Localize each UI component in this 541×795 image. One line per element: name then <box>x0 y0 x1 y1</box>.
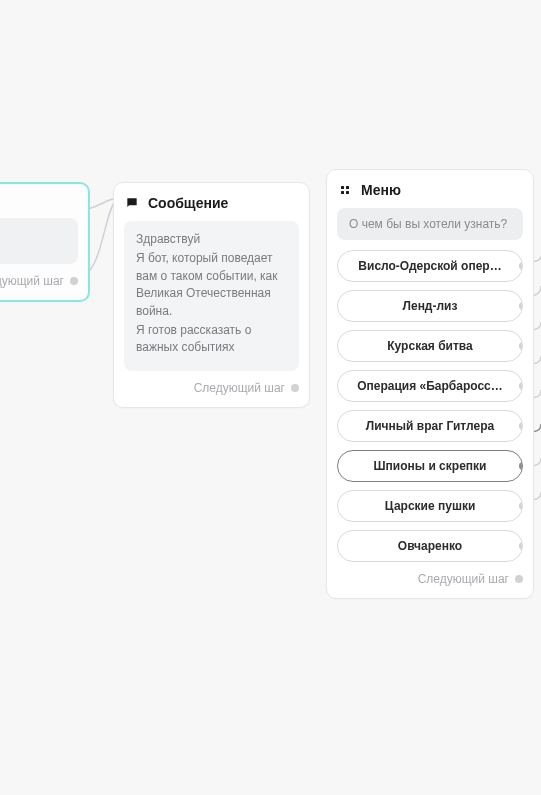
menu-item-label: Шпионы и скрепки <box>374 459 487 473</box>
menu-item-label: Овчаренко <box>398 539 462 553</box>
message-body[interactable]: Здравствуй Я бот, который поведает вам о… <box>124 221 299 371</box>
card-title: Сообщение <box>148 195 228 211</box>
menu-item[interactable]: Висло-Одерской опер… <box>337 250 523 282</box>
output-port-icon[interactable] <box>519 422 523 430</box>
card-title: Меню <box>361 182 401 198</box>
menu-item[interactable]: Курская битва <box>337 330 523 362</box>
next-step-row[interactable]: Следующий шаг <box>124 381 299 395</box>
svg-rect-1 <box>346 186 349 189</box>
menu-item[interactable]: Овчаренко <box>337 530 523 562</box>
menu-item[interactable]: Ленд-лиз <box>337 290 523 322</box>
next-step-label: Следующий шаг <box>194 381 285 395</box>
menu-item[interactable]: Операция «Барбаросс… <box>337 370 523 402</box>
output-port-icon[interactable] <box>519 342 523 350</box>
menu-item-label: Висло-Одерской опер… <box>358 259 501 273</box>
output-port-icon[interactable] <box>519 382 523 390</box>
message-line: Здравствуй <box>136 231 287 248</box>
output-port-icon[interactable] <box>519 262 523 270</box>
card-header: Меню <box>337 182 523 198</box>
message-icon <box>124 195 140 211</box>
svg-rect-0 <box>341 186 344 189</box>
output-port-icon[interactable] <box>291 384 299 392</box>
next-step-label: Следующий шаг <box>418 572 509 586</box>
menu-item-label: Курская битва <box>387 339 472 353</box>
svg-rect-3 <box>346 191 349 194</box>
message-card[interactable]: Сообщение Здравствуй Я бот, который пове… <box>113 182 310 408</box>
flow-canvas[interactable]: дующий шаг Сообщение Здравствуй Я бот, к… <box>0 0 541 795</box>
menu-card[interactable]: Меню О чем бы вы хотели узнать? Висло-Од… <box>326 169 534 599</box>
menu-icon <box>337 182 353 198</box>
partial-placeholder <box>0 218 78 264</box>
message-line: Я готов рассказать о важных событиях <box>136 322 287 357</box>
output-port-icon[interactable] <box>519 502 523 510</box>
next-step-label: дующий шаг <box>0 274 64 288</box>
menu-items-list: Висло-Одерской опер…Ленд-лизКурская битв… <box>337 250 523 562</box>
menu-item-label: Личный враг Гитлера <box>366 419 494 433</box>
menu-item-label: Ленд-лиз <box>403 299 458 313</box>
output-port-icon[interactable] <box>519 302 523 310</box>
menu-item[interactable]: Царские пушки <box>337 490 523 522</box>
menu-item[interactable]: Шпионы и скрепки <box>337 450 523 482</box>
menu-item[interactable]: Личный враг Гитлера <box>337 410 523 442</box>
menu-prompt[interactable]: О чем бы вы хотели узнать? <box>337 208 523 240</box>
menu-item-label: Операция «Барбаросс… <box>357 379 503 393</box>
output-port-icon[interactable] <box>515 575 523 583</box>
next-step-row[interactable]: дующий шаг <box>0 274 78 288</box>
card-header: Сообщение <box>124 195 299 211</box>
output-port-icon[interactable] <box>70 277 78 285</box>
message-line: Я бот, который поведает вам о таком собы… <box>136 250 287 320</box>
next-step-row[interactable]: Следующий шаг <box>337 572 523 586</box>
menu-item-label: Царские пушки <box>385 499 476 513</box>
partial-card[interactable]: дующий шаг <box>0 182 90 302</box>
output-port-icon[interactable] <box>519 462 523 470</box>
svg-rect-2 <box>341 191 344 194</box>
output-port-icon[interactable] <box>519 542 523 550</box>
